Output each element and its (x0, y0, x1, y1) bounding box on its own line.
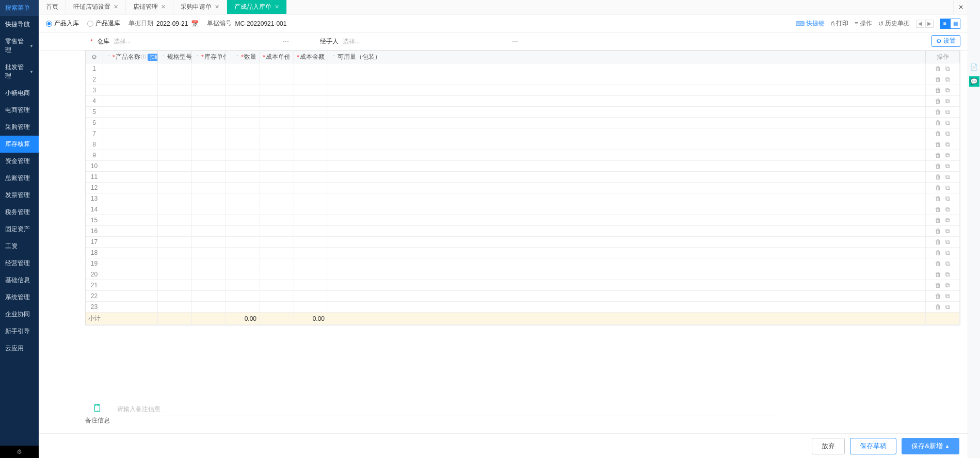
sidebar-item-17[interactable]: 新手引导 (0, 323, 39, 340)
delete-icon[interactable]: 🗑 (935, 260, 941, 267)
sidebar-item-7[interactable]: 资金管理 (0, 153, 39, 170)
table-row[interactable]: 9🗑⧉ (86, 150, 960, 161)
table-row[interactable]: 10🗑⧉ (86, 161, 960, 172)
print-button[interactable]: ⎙ 打印 (831, 19, 848, 28)
copy-icon[interactable]: ⧉ (945, 195, 950, 202)
delete-icon[interactable]: 🗑 (935, 217, 941, 224)
sidebar-item-1[interactable]: 零售管理▼ (0, 33, 39, 59)
table-row[interactable]: 21🗑⧉ (86, 280, 960, 291)
tab-2[interactable]: 店铺管理✕ (126, 0, 173, 14)
delete-icon[interactable]: 🗑 (935, 184, 941, 191)
header-settings[interactable]: ⚙ (86, 51, 103, 63)
close-icon[interactable]: ✕ (161, 4, 166, 10)
save-draft-button[interactable]: 保存草稿 (850, 438, 896, 454)
table-row[interactable]: 8🗑⧉ (86, 139, 960, 150)
copy-icon[interactable]: ⧉ (945, 282, 950, 289)
table-row[interactable]: 6🗑⧉ (86, 118, 960, 128)
tab-0[interactable]: 首页 (39, 0, 66, 14)
tab-4[interactable]: 产成品入库单✕ (227, 0, 287, 14)
save-new-button[interactable]: 保存&新增 ▲ (902, 438, 959, 454)
delete-icon[interactable]: 🗑 (935, 195, 941, 202)
copy-icon[interactable]: ⧉ (945, 206, 950, 213)
copy-icon[interactable]: ⧉ (945, 217, 950, 224)
table-row[interactable]: 20🗑⧉ (86, 269, 960, 280)
table-row[interactable]: 3🗑⧉ (86, 85, 960, 96)
table-row[interactable]: 23🗑⧉ (86, 302, 960, 313)
delete-icon[interactable]: 🗑 (935, 173, 941, 181)
close-icon[interactable]: ✕ (215, 4, 219, 10)
copy-icon[interactable]: ⧉ (945, 227, 950, 235)
sidebar-item-15[interactable]: 系统管理 (0, 289, 39, 306)
delete-icon[interactable]: 🗑 (935, 271, 941, 278)
table-row[interactable]: 2🗑⧉ (86, 74, 960, 85)
settings-button[interactable]: ⚙ 设置 (931, 35, 960, 47)
table-row[interactable]: 16🗑⧉ (86, 226, 960, 237)
sidebar-item-12[interactable]: 工资 (0, 238, 39, 255)
more-icon[interactable]: ⋯ (512, 38, 518, 45)
delete-icon[interactable]: 🗑 (935, 249, 941, 256)
copy-icon[interactable]: ⧉ (945, 249, 950, 256)
radio-product-in[interactable]: 产品入库 (46, 19, 79, 28)
header-price[interactable]: ⋮*成本单价 (260, 51, 294, 63)
sidebar-item-13[interactable]: 经营管理 (0, 255, 39, 272)
sidebar-item-16[interactable]: 企业协同 (0, 306, 39, 323)
delete-icon[interactable]: 🗑 (935, 227, 941, 235)
sidebar-item-6[interactable]: 库存核算 (0, 136, 39, 153)
shortcut-button[interactable]: ⌨ 快捷键 (796, 19, 825, 28)
history-button[interactable]: ↺ 历史单据 (878, 19, 910, 28)
copy-icon[interactable]: ⧉ (945, 292, 950, 300)
pager-prev[interactable]: ◀ (916, 20, 924, 28)
header-spec[interactable]: ⋮规格型号 (158, 51, 192, 63)
delete-icon[interactable]: 🗑 (935, 303, 941, 310)
copy-icon[interactable]: ⧉ (945, 238, 950, 246)
view-list[interactable]: ≡ (940, 19, 950, 29)
copy-icon[interactable]: ⧉ (945, 141, 950, 148)
header-qty[interactable]: ⋮*数量 (226, 51, 260, 63)
delete-icon[interactable]: 🗑 (935, 152, 941, 159)
copy-icon[interactable]: ⧉ (945, 130, 950, 137)
rail-doc-icon[interactable]: 📄 (969, 62, 979, 72)
header-unit[interactable]: ⋮*库存单位 (192, 51, 226, 63)
warehouse-select[interactable]: 选择... (114, 37, 279, 46)
table-row[interactable]: 15🗑⧉ (86, 215, 960, 226)
sidebar-item-4[interactable]: 电商管理 (0, 102, 39, 119)
delete-icon[interactable]: 🗑 (935, 238, 941, 246)
copy-icon[interactable]: ⧉ (945, 271, 950, 278)
sidebar-settings[interactable]: ⚙ (0, 446, 39, 458)
header-available[interactable]: ⋮可用量（包装） (328, 51, 926, 63)
copy-icon[interactable]: ⧉ (945, 108, 950, 116)
calendar-icon[interactable]: 📅 (191, 20, 199, 27)
sidebar-item-2[interactable]: 批发管理▼ (0, 59, 39, 85)
rail-chat-icon[interactable]: 💬 (969, 76, 979, 87)
operate-button[interactable]: ≡ 操作 (855, 19, 872, 28)
delete-icon[interactable]: 🗑 (935, 130, 941, 137)
sidebar-item-14[interactable]: 基础信息 (0, 272, 39, 289)
scan-badge[interactable]: 扫码录入 (148, 54, 158, 61)
copy-icon[interactable]: ⧉ (945, 87, 950, 94)
copy-icon[interactable]: ⧉ (945, 152, 950, 159)
sidebar-search[interactable]: 搜索菜单 (0, 0, 39, 16)
table-row[interactable]: 18🗑⧉ (86, 248, 960, 258)
sidebar-item-3[interactable]: 小畅电商 (0, 85, 39, 102)
more-icon[interactable]: ⋯ (283, 38, 289, 45)
copy-icon[interactable]: ⧉ (945, 303, 950, 310)
close-all-tabs[interactable]: ✕ (953, 0, 968, 14)
remark-input[interactable] (117, 402, 778, 416)
delete-icon[interactable]: 🗑 (935, 87, 941, 94)
sidebar-item-5[interactable]: 采购管理 (0, 119, 39, 136)
delete-icon[interactable]: 🗑 (935, 141, 941, 148)
sidebar-item-18[interactable]: 云应用 (0, 340, 39, 357)
delete-icon[interactable]: 🗑 (935, 282, 941, 289)
delete-icon[interactable]: 🗑 (935, 292, 941, 300)
table-row[interactable]: 4🗑⧉ (86, 96, 960, 107)
delete-icon[interactable]: 🗑 (935, 65, 941, 72)
radio-product-out[interactable]: 产品退库 (87, 19, 120, 28)
copy-icon[interactable]: ⧉ (945, 162, 950, 170)
header-amount[interactable]: ⋮*成本金额 (294, 51, 328, 63)
table-row[interactable]: 1🗑⧉ (86, 63, 960, 74)
table-row[interactable]: 13🗑⧉ (86, 193, 960, 204)
sidebar-item-9[interactable]: 发票管理 (0, 187, 39, 204)
table-row[interactable]: 11🗑⧉ (86, 172, 960, 183)
table-row[interactable]: 12🗑⧉ (86, 183, 960, 193)
sidebar-item-11[interactable]: 固定资产 (0, 221, 39, 238)
